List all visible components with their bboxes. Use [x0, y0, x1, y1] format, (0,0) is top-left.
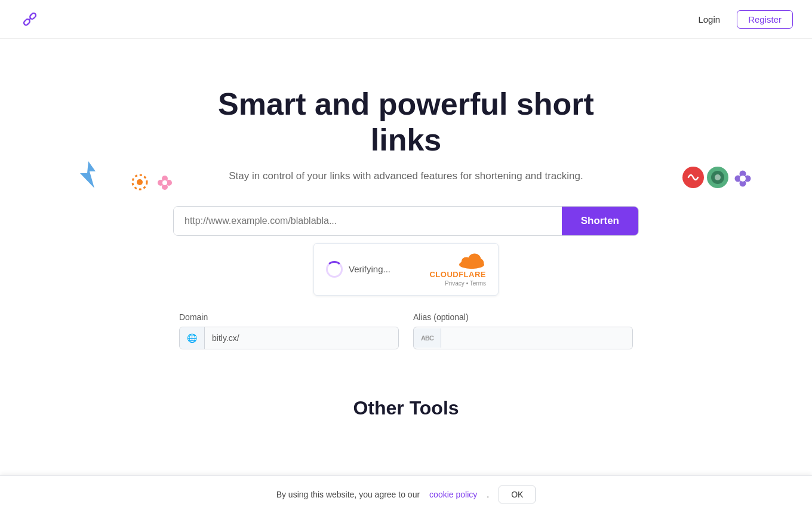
- login-button[interactable]: Login: [691, 11, 727, 28]
- shorten-button[interactable]: Shorten: [562, 207, 638, 235]
- other-tools-title: Other Tools: [12, 397, 800, 419]
- domain-input[interactable]: [205, 327, 398, 349]
- options-row: Domain 🌐 Alias (optional) ABC: [179, 312, 633, 349]
- svg-point-16: [740, 180, 746, 187]
- decorative-right: [682, 158, 752, 191]
- navbar: Login Register: [0, 0, 812, 39]
- svg-point-17: [735, 176, 742, 182]
- url-form: Shorten Verifying... CLOUDFLARE Privacy: [173, 206, 639, 296]
- svg-point-5: [133, 175, 147, 189]
- svg-point-7: [162, 184, 168, 190]
- svg-point-15: [740, 171, 746, 177]
- logo[interactable]: [19, 8, 41, 30]
- domain-input-row: 🌐: [179, 327, 399, 349]
- cf-brand-label: CLOUDFLARE: [429, 270, 486, 279]
- alias-label: Alias (optional): [413, 312, 633, 322]
- cf-spinner: [326, 261, 343, 278]
- svg-point-12: [707, 167, 728, 188]
- cf-privacy-link[interactable]: Privacy: [445, 280, 465, 287]
- hero-section: Smart and powerful short links Stay in c…: [0, 39, 812, 373]
- alias-input-row: ABC: [413, 327, 633, 349]
- svg-point-8: [158, 180, 164, 186]
- alias-input[interactable]: [441, 327, 632, 349]
- svg-point-4: [137, 179, 143, 185]
- domain-group: Domain 🌐: [179, 312, 399, 349]
- hero-title: Smart and powerful short links: [182, 87, 630, 158]
- svg-point-19: [740, 176, 746, 182]
- cf-terms-link[interactable]: Terms: [470, 280, 486, 287]
- svg-line-2: [29, 19, 31, 20]
- cloudflare-verify: Verifying... CLOUDFLARE Privacy • Terms: [313, 243, 499, 296]
- cf-left: Verifying...: [326, 261, 390, 278]
- svg-point-18: [745, 176, 751, 182]
- cf-logo-area: CLOUDFLARE Privacy • Terms: [429, 252, 486, 287]
- url-input[interactable]: [174, 207, 562, 235]
- abc-icon: ABC: [414, 328, 441, 348]
- domain-label: Domain: [179, 312, 399, 322]
- svg-point-13: [711, 171, 724, 184]
- alias-group: Alias (optional) ABC: [413, 312, 633, 349]
- cf-verifying-label: Verifying...: [349, 264, 390, 274]
- svg-point-10: [162, 180, 167, 185]
- nav-actions: Login Register: [691, 10, 793, 29]
- globe-icon: 🌐: [180, 327, 205, 349]
- svg-point-23: [475, 258, 484, 266]
- svg-marker-3: [80, 161, 96, 188]
- register-button[interactable]: Register: [737, 10, 793, 29]
- other-tools-section: Other Tools: [0, 373, 812, 431]
- decorative-left: [72, 158, 173, 193]
- hero-subtitle: Stay in control of your links with advan…: [229, 170, 583, 182]
- svg-point-9: [166, 180, 172, 186]
- svg-point-11: [682, 167, 704, 188]
- svg-point-6: [162, 176, 168, 182]
- cf-links: Privacy • Terms: [445, 280, 486, 287]
- svg-point-14: [715, 174, 721, 180]
- url-input-row: Shorten: [173, 206, 639, 236]
